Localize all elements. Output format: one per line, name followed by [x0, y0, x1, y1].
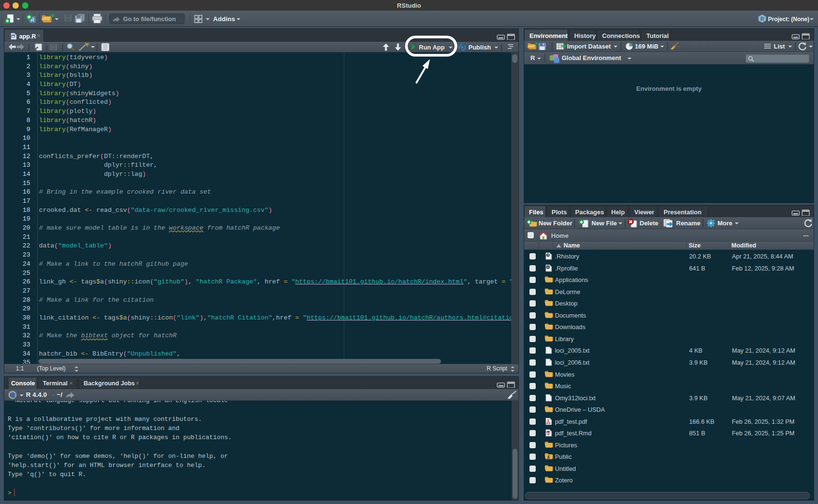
svg-text:R: R — [760, 16, 764, 22]
svg-text:R: R — [12, 35, 15, 39]
svg-text:R: R — [11, 392, 15, 399]
svg-text:md: md — [546, 431, 551, 435]
